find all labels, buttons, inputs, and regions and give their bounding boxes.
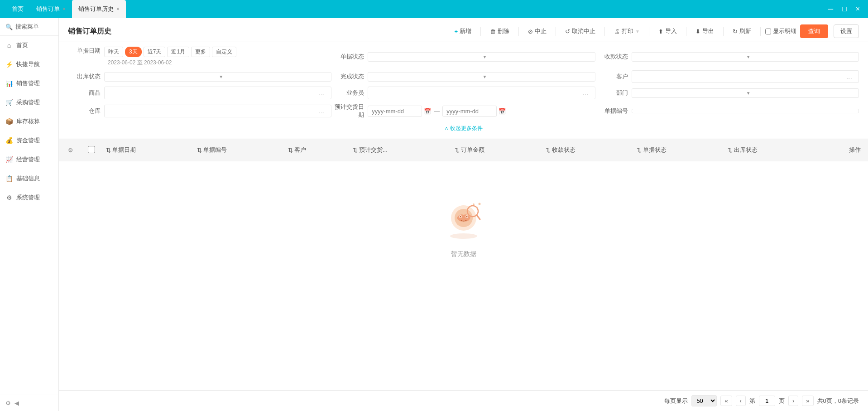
warehouse-ellipsis-icon[interactable]: ...: [316, 107, 327, 115]
date-dash: —: [434, 108, 440, 115]
settings-button[interactable]: 设置: [834, 24, 859, 38]
dept-arrow-icon: ▼: [746, 91, 855, 96]
th-expected-date[interactable]: ⇅ 预计交货...: [347, 139, 449, 161]
display-detail-checkbox[interactable]: [765, 29, 771, 34]
cancel-stop-icon: ↺: [565, 28, 570, 35]
th-operations-text: 操作: [849, 146, 861, 153]
th-bill-status[interactable]: ⇅ 单据状态: [631, 139, 722, 161]
date-btn-7days[interactable]: 近7天: [144, 47, 166, 57]
page-number-input[interactable]: [759, 396, 775, 406]
sidebar-settings-icon[interactable]: ⚙: [5, 400, 11, 406]
filter-row-1: 单据日期 昨天 3天 近7天 近1月 更多 自定义 2023-06-02 至 2…: [68, 47, 859, 67]
tab-sales-order-history[interactable]: 销售订单历史 ×: [72, 0, 126, 18]
divider-6: [686, 27, 686, 36]
divider-3: [556, 27, 556, 36]
delete-button[interactable]: 🗑 删除: [485, 25, 514, 38]
sidebar-item-system[interactable]: ⚙ 系统管理: [0, 188, 58, 207]
dept-select[interactable]: ▼: [632, 88, 859, 98]
date-btn-3days[interactable]: 3天: [125, 47, 142, 57]
window-minimize[interactable]: ─: [825, 4, 836, 14]
first-page-btn[interactable]: «: [720, 396, 732, 406]
svg-point-9: [473, 203, 475, 205]
th-customer[interactable]: ⇅ 客户: [283, 139, 347, 161]
sidebar-item-operations-label: 经营管理: [16, 155, 40, 164]
th-checkbox: [82, 139, 101, 161]
window-maximize[interactable]: □: [839, 4, 849, 14]
select-all-checkbox[interactable]: [88, 146, 95, 153]
expected-date-end[interactable]: [442, 106, 497, 117]
new-button[interactable]: + 新增: [450, 25, 476, 38]
page-word: 第: [749, 397, 755, 405]
sidebar-collapse-icon[interactable]: ◀: [14, 400, 19, 406]
import-button[interactable]: ⬆ 导入: [654, 25, 681, 38]
date-filter-label: 单据日期: [68, 47, 104, 55]
th-payment-status[interactable]: ⇅ 收款状态: [540, 139, 631, 161]
payment-status-select[interactable]: ▼: [632, 52, 859, 62]
print-button[interactable]: 🖨 打印 ▼: [609, 25, 644, 38]
th-out-status[interactable]: ⇅ 出库状态: [722, 139, 813, 161]
export-button[interactable]: ⬇ 导出: [691, 25, 719, 38]
th-customer-text: 客户: [294, 146, 306, 154]
stop-icon: ⊘: [528, 28, 533, 35]
tab-sales-order-close[interactable]: ×: [62, 6, 66, 12]
collapse-label: ∧ 收起更多条件: [444, 125, 483, 131]
date-btn-custom[interactable]: 自定义: [212, 47, 236, 57]
th-bill-no[interactable]: ⇅ 单据编号: [192, 139, 283, 161]
complete-status-select[interactable]: ▼: [368, 72, 595, 82]
table-settings-icon[interactable]: ⚙: [64, 144, 77, 156]
sales-icon: 📊: [5, 80, 13, 87]
th-payment-text: 收款状态: [552, 146, 575, 154]
date-btn-1month[interactable]: 近1月: [167, 47, 189, 57]
sidebar-item-home[interactable]: ⌂ 首页: [0, 36, 58, 55]
page-size-select[interactable]: 50 10 20 100: [691, 395, 717, 406]
filter-row-4: 仓库 ... 预计交货日期 📅 — 📅 单据编号: [68, 103, 859, 119]
collapse-row[interactable]: ∧ 收起更多条件: [68, 123, 859, 134]
prev-page-btn[interactable]: ‹: [736, 396, 746, 406]
goods-ellipsis-icon[interactable]: ...: [316, 89, 327, 97]
bill-status-arrow-icon: ▼: [483, 54, 591, 59]
out-status-select[interactable]: ▼: [104, 72, 331, 82]
table-area: ⚙ ⇅ 单据日期 ⇅: [59, 139, 868, 390]
delete-icon: 🗑: [490, 28, 496, 35]
filter-area: 单据日期 昨天 3天 近7天 近1月 更多 自定义 2023-06-02 至 2…: [59, 42, 868, 139]
th-order-amount[interactable]: ⇅ 订单金额: [449, 139, 540, 161]
th-bill-date-label: ⇅: [106, 147, 111, 154]
query-button[interactable]: 查询: [800, 24, 828, 38]
new-label: 新增: [460, 27, 471, 35]
content-area: 销售订单历史 + 新增 🗑 删除 ⊘ 中止 ↺: [59, 18, 868, 411]
divider-2: [518, 27, 519, 36]
cal-end-icon[interactable]: 📅: [499, 108, 506, 115]
customer-ellipsis-icon[interactable]: ...: [844, 73, 855, 81]
th-bill-status-sort-icon: ⇅: [637, 147, 642, 154]
window-close[interactable]: ×: [853, 4, 863, 14]
sidebar-search[interactable]: 🔍 搜索菜单: [0, 18, 58, 36]
tab-sales-order[interactable]: 销售订单 ×: [30, 0, 72, 18]
sidebar-item-basic-info[interactable]: 📋 基础信息: [0, 169, 58, 188]
th-bill-date-text: 单据日期: [112, 146, 136, 154]
th-bill-date[interactable]: ⇅ 单据日期: [101, 139, 192, 161]
svg-line-8: [477, 215, 480, 219]
print-arrow-icon: ▼: [635, 29, 640, 34]
tab-sales-order-history-close[interactable]: ×: [116, 6, 120, 12]
salesperson-ellipsis-icon[interactable]: ...: [580, 89, 591, 97]
sidebar-item-quick-nav[interactable]: ⚡ 快捷导航: [0, 55, 58, 74]
th-payment-sort-icon: ⇅: [546, 147, 551, 154]
sidebar-item-inventory[interactable]: 📦 库存核算: [0, 112, 58, 131]
date-btn-more[interactable]: 更多: [191, 47, 210, 57]
tab-home[interactable]: 首页: [5, 0, 30, 18]
sidebar-item-finance[interactable]: 💰 资金管理: [0, 131, 58, 150]
sidebar-item-purchase[interactable]: 🛒 采购管理: [0, 93, 58, 112]
refresh-button[interactable]: ↻ 刷新: [728, 25, 756, 38]
bill-status-select[interactable]: ▼: [368, 52, 595, 62]
empty-illustration: [441, 198, 486, 243]
cal-start-icon[interactable]: 📅: [424, 108, 431, 115]
last-page-btn[interactable]: »: [802, 396, 813, 406]
next-page-btn[interactable]: ›: [788, 396, 798, 406]
expected-date-start[interactable]: [368, 106, 422, 117]
display-detail-checkbox-label[interactable]: 显示明细: [765, 27, 796, 35]
date-btn-today[interactable]: 昨天: [104, 47, 123, 57]
stop-button[interactable]: ⊘ 中止: [523, 25, 551, 38]
sidebar-item-sales[interactable]: 📊 销售管理: [0, 74, 58, 93]
sidebar-item-operations[interactable]: 📈 经营管理: [0, 150, 58, 169]
cancel-stop-button[interactable]: ↺ 取消中止: [561, 25, 600, 38]
